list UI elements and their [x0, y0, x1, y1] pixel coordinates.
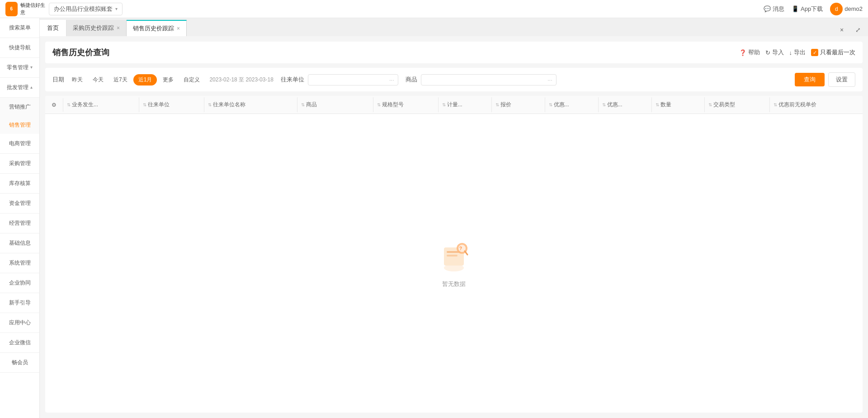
maximize-btn[interactable]: ⤢ [852, 24, 864, 36]
logo-icon: 6 [5, 2, 18, 16]
th-unit[interactable]: ⇅ 计量... [439, 97, 492, 112]
date-btn-1month[interactable]: 近1月 [133, 74, 157, 86]
sidebar-item-label: 库存核算 [9, 180, 31, 187]
import-icon: ↻ [765, 49, 770, 56]
chevron-down-icon: ▾ [30, 64, 33, 71]
date-btn-custom[interactable]: 自定义 [179, 74, 204, 86]
th-trade-type[interactable]: ⇅ 交易类型 [705, 97, 769, 112]
page-header-actions: ❓ 帮助 ↻ 导入 ↓ 导出 ✓ 只看最后一次 [739, 48, 856, 57]
app-download-label: App下载 [801, 5, 823, 13]
logo-text: 畅捷信好生意 [20, 2, 45, 16]
date-btn-yesterday[interactable]: 昨天 [68, 74, 87, 86]
tab-purchase-history[interactable]: 采购历史价跟踪 × [66, 20, 127, 36]
sidebar-item-sales-mgmt[interactable]: 销售管理 [0, 116, 39, 134]
export-btn[interactable]: ↓ 导出 [789, 48, 806, 57]
sidebar-item-label: 营销推广 [9, 103, 31, 111]
th-pretax-price[interactable]: ⇅ 优惠前无税单价 [770, 97, 863, 112]
sidebar-item-app-center[interactable]: 应用中心 [0, 313, 39, 333]
help-label: 帮助 [748, 48, 760, 57]
sidebar-item-label: 零售管理 [7, 64, 28, 71]
close-all-tabs-btn[interactable]: × [835, 24, 848, 36]
sidebar-item-label: 系统管理 [9, 259, 31, 267]
page-content: 销售历史价查询 ❓ 帮助 ↻ 导入 ↓ 导出 ✓ [40, 36, 868, 418]
sidebar-item-finance-mgmt[interactable]: 资金管理 [0, 194, 39, 214]
sidebar-item-label: 销售管理 [9, 121, 31, 129]
close-icon[interactable]: × [117, 25, 120, 31]
sidebar-item-vip-member[interactable]: 畅会员 [0, 353, 39, 373]
tab-home-label: 首页 [47, 24, 59, 32]
app-download-icon: 📱 [792, 5, 799, 12]
sidebar-item-retail-mgmt[interactable]: 零售管理 ▾ [0, 58, 39, 78]
page-title: 销售历史价查询 [52, 47, 739, 58]
date-btn-today[interactable]: 今天 [89, 74, 108, 86]
th-goods[interactable]: ⇅ 商品 [297, 97, 373, 112]
th-sort-icon: ⇅ [602, 102, 606, 107]
th-sort-icon: ⇅ [549, 102, 552, 107]
th-spec[interactable]: ⇅ 规格型号 [373, 97, 438, 112]
more-icon: ··· [389, 76, 394, 83]
sidebar-item-quick-nav[interactable]: 快捷导航 [0, 38, 39, 58]
help-btn[interactable]: ❓ 帮助 [739, 48, 760, 57]
th-partner-code[interactable]: ⇅ 往来单位 [139, 97, 204, 112]
sidebar-item-enterprise-wechat[interactable]: 企业微信 [0, 333, 39, 353]
date-btn-more[interactable]: 更多 [159, 74, 178, 86]
empty-text: 暂无数据 [442, 280, 466, 288]
sidebar-item-wholesale-mgmt[interactable]: 批发管理 ▴ [0, 78, 39, 98]
th-quote[interactable]: ⇅ 报价 [492, 97, 545, 112]
app-selector[interactable]: 办公用品行业模拟账套 ▾ [49, 3, 123, 15]
sidebar-item-label: 企业协同 [9, 279, 31, 287]
only-latest-label: 只看最后一次 [820, 48, 855, 57]
date-btn-7days[interactable]: 近7天 [109, 74, 132, 86]
settings-btn[interactable]: 设置 [828, 72, 855, 87]
goods-filter-label: 商品 [406, 76, 417, 84]
th-gear[interactable]: ⚙ [45, 98, 63, 112]
th-sort-icon: ⇅ [656, 102, 659, 107]
th-discount1[interactable]: ⇅ 优惠... [545, 97, 599, 112]
sidebar-item-purchase-mgmt[interactable]: 采购管理 [0, 154, 39, 174]
main-layout: 搜索菜单 快捷导航 零售管理 ▾ 批发管理 ▴ 营销推广 销售管理 电商管理 采 [0, 18, 868, 418]
th-discount2[interactable]: ⇅ 优惠... [599, 97, 652, 112]
table-container: ⚙ ⇅ 业务发生... ⇅ 往来单位 ⇅ 往来单位名称 [45, 96, 863, 413]
tab-sales-history[interactable]: 销售历史价跟踪 × [127, 20, 187, 36]
sidebar-item-ecommerce-mgmt[interactable]: 电商管理 [0, 134, 39, 154]
th-label: 往来单位名称 [213, 101, 245, 109]
only-latest-toggle[interactable]: ✓ 只看最后一次 [811, 48, 855, 57]
th-label: 往来单位 [148, 101, 170, 109]
th-sort-icon: ⇅ [143, 102, 146, 107]
partner-filter-label: 往来单位 [281, 76, 304, 84]
th-label: 优惠前无税单价 [778, 101, 816, 109]
sidebar-item-inventory[interactable]: 库存核算 [0, 174, 39, 194]
sidebar-item-label: 基础信息 [9, 239, 31, 247]
date-range-display: 2023-02-18 至 2023-03-18 [209, 76, 273, 84]
th-label: 业务发生... [72, 101, 98, 109]
sidebar-item-search-menu[interactable]: 搜索菜单 [0, 18, 39, 38]
goods-filter-input[interactable]: ··· [421, 74, 557, 86]
sidebar-item-operation-mgmt[interactable]: 经营管理 [0, 214, 39, 233]
message-btn[interactable]: 💬 消息 [764, 5, 784, 13]
tab-home[interactable]: 首页 [40, 20, 66, 36]
sidebar-item-marketing-promo[interactable]: 营销推广 [0, 98, 39, 116]
sidebar-item-basic-info[interactable]: 基础信息 [0, 233, 39, 253]
sidebar-item-enterprise-collab[interactable]: 企业协同 [0, 273, 39, 293]
th-partner-name[interactable]: ⇅ 往来单位名称 [204, 97, 297, 112]
query-btn[interactable]: 查询 [795, 73, 825, 86]
date-filter-label: 日期 [52, 76, 64, 84]
sidebar-item-label: 采购管理 [9, 160, 31, 167]
user-profile[interactable]: d demo2 [830, 3, 863, 15]
date-filter-group: 日期 昨天 今天 近7天 近1月 更多 自定义 2023-02-18 至 202… [52, 74, 274, 86]
th-sort-icon: ⇅ [442, 102, 446, 107]
sidebar-item-label: 经营管理 [9, 219, 31, 227]
th-quantity[interactable]: ⇅ 数量 [652, 97, 705, 112]
import-btn[interactable]: ↻ 导入 [765, 48, 784, 57]
svg-text:?: ? [459, 246, 462, 251]
sidebar-item-new-guide[interactable]: 新手引导 [0, 293, 39, 313]
partner-filter-input[interactable]: ··· [308, 74, 398, 86]
close-icon[interactable]: × [177, 25, 180, 32]
sidebar-item-system-mgmt[interactable]: 系统管理 [0, 253, 39, 273]
help-icon: ❓ [739, 49, 746, 56]
app-download-btn[interactable]: 📱 App下载 [792, 5, 823, 13]
th-sort-icon: ⇅ [208, 102, 212, 107]
th-label: 数量 [660, 101, 671, 109]
th-biz-date[interactable]: ⇅ 业务发生... [63, 97, 139, 112]
tab-actions: × ⤢ [835, 24, 868, 36]
